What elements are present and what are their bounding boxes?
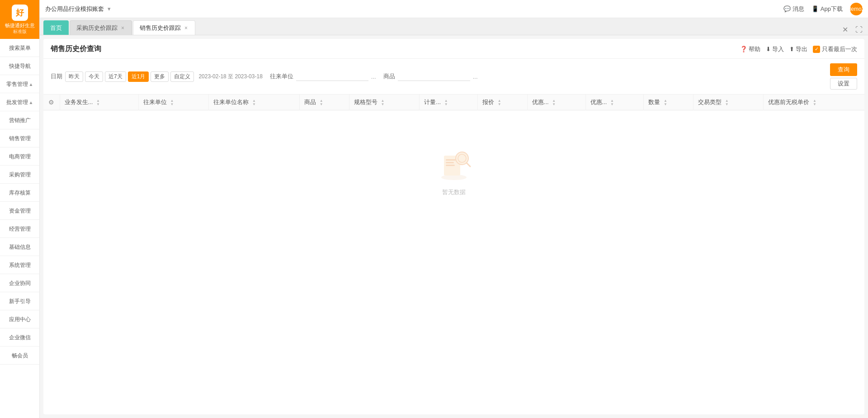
sidebar-item-ecommerce[interactable]: 电商管理 (0, 147, 39, 166)
sort-desc-icon: ▼ (96, 103, 100, 106)
tab-purchase-history-close[interactable]: × (120, 25, 125, 31)
svg-line-6 (467, 163, 470, 166)
tabbar: 首页 采购历史价跟踪 × 销售历史价跟踪 × ✕ ⛶ (40, 18, 868, 35)
th-spec: 规格型号 ▲ ▼ (349, 95, 419, 110)
empty-state: 暂无数据 (43, 110, 864, 233)
sort-arrows-partner_code[interactable]: ▲ ▼ (170, 99, 174, 106)
export-label: 导出 (796, 45, 807, 53)
settings-button[interactable]: 设置 (830, 78, 857, 90)
export-icon: ⬆ (789, 46, 794, 52)
sidebar-item-system[interactable]: 系统管理 (0, 256, 39, 274)
table-container: ⚙业务发生... ▲ ▼ 往来单位 ▲ ▼ 往来单位名称 ▲ ▼ 商品 ▲ ▼ … (43, 95, 864, 414)
sort-arrows-partner_name[interactable]: ▲ ▼ (252, 99, 256, 106)
page-title: 销售历史价查询 (51, 44, 101, 54)
sidebar-item-finance[interactable]: 资金管理 (0, 202, 39, 220)
sort-arrows-quantity[interactable]: ▲ ▼ (664, 99, 667, 106)
date-btn-近1月[interactable]: 近1月 (128, 71, 149, 82)
tab-home[interactable]: 首页 (43, 20, 69, 35)
sort-arrows-quote[interactable]: ▲ ▼ (498, 99, 501, 106)
sidebar-item-inventory[interactable]: 库存核算 (0, 184, 39, 202)
sidebar-item-label: 应用中心 (2, 316, 38, 323)
sidebar-item-label: 企业协同 (2, 280, 38, 287)
tab-fullscreen-btn[interactable]: ⛶ (854, 25, 864, 35)
sidebar-item-sales[interactable]: 销售管理 (0, 129, 39, 147)
th-label-discount2: 优惠... (590, 99, 607, 105)
sidebar-item-operations[interactable]: 经营管理 (0, 220, 39, 238)
sort-desc-icon: ▼ (725, 103, 729, 106)
app-download-label: App下载 (821, 5, 843, 13)
sidebar-item-purchase[interactable]: 采购管理 (0, 166, 39, 184)
sort-arrows-no_tax_price[interactable]: ▲ ▼ (813, 99, 816, 106)
sidebar-item-app_center[interactable]: 应用中心 (0, 310, 39, 328)
sort-arrows-spec[interactable]: ▲ ▼ (381, 99, 385, 106)
sidebar-item-marketing[interactable]: 营销推广 (0, 111, 39, 129)
sidebar-item-quick_nav[interactable]: 快捷导航 (0, 57, 39, 75)
empty-icon (436, 147, 472, 183)
app-download-btn[interactable]: 📱 App下载 (811, 5, 843, 13)
sort-arrows-discount2[interactable]: ▲ ▼ (610, 99, 614, 106)
date-btn-昨天[interactable]: 昨天 (65, 71, 83, 82)
sort-arrows-biz_date[interactable]: ▲ ▼ (96, 99, 100, 106)
goods-filter-dots: ... (473, 73, 478, 80)
sort-desc-icon: ▼ (170, 103, 174, 106)
sidebar-item-arrow-icon: ▲ (29, 82, 33, 87)
sidebar-item-label: 企业微信 (2, 334, 38, 342)
th-label-trade_type: 交易类型 (698, 99, 722, 105)
sidebar-item-wechat[interactable]: 企业微信 (0, 328, 39, 347)
sort-arrows-goods[interactable]: ▲ ▼ (320, 99, 323, 106)
sidebar-item-wholesale[interactable]: 批发管理 ▲ (0, 93, 39, 111)
sidebar-item-retail[interactable]: 零售管理 ▲ (0, 75, 39, 93)
th-partner_name: 往来单位名称 ▲ ▼ (209, 95, 300, 110)
th-goods: 商品 ▲ ▼ (300, 95, 349, 110)
th-settings[interactable]: ⚙ (43, 95, 60, 110)
sidebar-logo[interactable]: 好 畅捷通好生意 标准版 (0, 0, 39, 39)
query-button[interactable]: 查询 (830, 63, 857, 76)
filter-bar: 日期 昨天今天近7天近1月更多自定义 2023-02-18 至 2023-03-… (43, 59, 864, 95)
sort-arrows-trade_type[interactable]: ▲ ▼ (725, 99, 729, 106)
tab-sales-history[interactable]: 销售历史价跟踪 × (133, 20, 195, 35)
tab-sales-history-close[interactable]: × (184, 25, 189, 31)
sidebar-item-enterprise[interactable]: 企业协同 (0, 274, 39, 292)
page-container: 销售历史价查询 ❓ 帮助 ⬇ 导入 ⬆ 导出 ✓ (43, 39, 864, 414)
only-last-checkbox[interactable]: ✓ 只看最后一次 (813, 45, 857, 53)
sort-arrows-discount1[interactable]: ▲ ▼ (552, 99, 556, 106)
tab-purchase-history-label: 采购历史价跟踪 (76, 24, 118, 32)
help-btn[interactable]: ❓ 帮助 (740, 45, 760, 53)
sidebar-item-label: 零售管理 ▲ (2, 81, 38, 88)
sidebar-item-newbie[interactable]: 新手引导 (0, 292, 39, 310)
sidebar-item-label: 销售管理 (2, 135, 38, 142)
export-btn[interactable]: ⬆ 导出 (789, 45, 807, 53)
th-quantity: 数量 ▲ ▼ (644, 95, 693, 110)
help-label: 帮助 (749, 45, 760, 53)
table-settings-icon[interactable]: ⚙ (48, 99, 54, 106)
sidebar-item-membership[interactable]: 畅会员 (0, 347, 39, 365)
goods-filter-group: 商品 ... (383, 72, 478, 81)
th-biz_date: 业务发生... ▲ ▼ (60, 95, 138, 110)
tab-close-all-btn[interactable]: ✕ (840, 24, 850, 35)
sort-desc-icon: ▼ (320, 103, 323, 106)
topbar-dropdown-icon[interactable]: ▾ (108, 5, 111, 12)
user-avatar[interactable]: demo2 (850, 3, 863, 15)
import-btn[interactable]: ⬇ 导入 (766, 45, 784, 53)
th-label-quantity: 数量 (648, 99, 660, 105)
tabbar-actions: ✕ ⛶ (837, 24, 868, 35)
date-btn-自定义[interactable]: 自定义 (170, 71, 194, 82)
topbar: 办公用品行业模拟账套 ▾ 💬 消息 📱 App下载 demo2 (40, 0, 868, 18)
th-label-quote: 报价 (482, 99, 494, 105)
sort-arrows-unit[interactable]: ▲ ▼ (444, 99, 448, 106)
tab-purchase-history[interactable]: 采购历史价跟踪 × (70, 20, 132, 35)
partner-filter-dots: ... (371, 73, 376, 80)
partner-filter-input[interactable] (296, 72, 368, 81)
date-btn-近7天[interactable]: 近7天 (105, 71, 126, 82)
sort-desc-icon: ▼ (813, 103, 816, 106)
date-btn-更多[interactable]: 更多 (151, 71, 169, 82)
goods-filter-input[interactable] (398, 72, 470, 81)
sidebar-item-basic_info[interactable]: 基础信息 (0, 238, 39, 256)
sidebar-item-search[interactable]: 搜索菜单 (0, 39, 39, 57)
th-trade_type: 交易类型 ▲ ▼ (693, 95, 764, 110)
date-btn-今天[interactable]: 今天 (85, 71, 103, 82)
partner-filter-group: 往来单位 ... (270, 72, 376, 81)
import-icon: ⬇ (766, 46, 771, 52)
content-area: 销售历史价查询 ❓ 帮助 ⬇ 导入 ⬆ 导出 ✓ (40, 35, 868, 418)
message-btn[interactable]: 💬 消息 (783, 5, 804, 13)
